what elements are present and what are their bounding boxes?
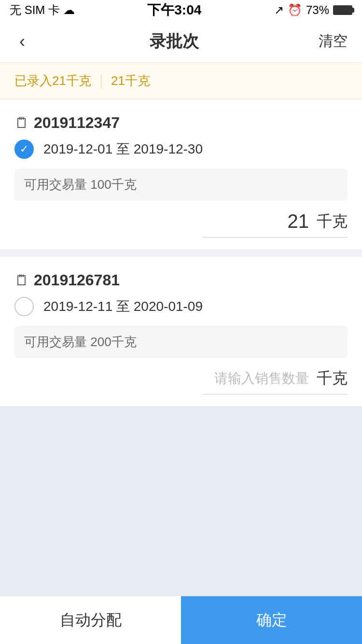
sim-label: 无 SIM 卡 ☁	[10, 2, 75, 18]
batch-item-1: 🗒 2019112347 ✓ 2019-12-01 至 2019-12-30 可…	[0, 99, 362, 249]
batch-qty-row-1: 21 千克	[203, 210, 348, 237]
batch-header-2: 🗒 2019126781	[14, 271, 348, 289]
qty-unit-1: 千克	[317, 211, 348, 232]
battery-label: 73%	[306, 3, 329, 17]
batch-id-1: 2019112347	[34, 114, 120, 132]
info-banner: 已录入21千克 21千克	[0, 63, 362, 99]
batch-divider-1	[0, 249, 362, 257]
batch-header-1: 🗒 2019112347	[14, 114, 348, 132]
radio-checked-1[interactable]: ✓	[14, 140, 34, 159]
qty-unit-2: 千克	[317, 368, 348, 389]
nav-bar: ‹ 录批次 清空	[0, 20, 362, 63]
batch-qty-row-2: 请输入销售数量 千克	[203, 368, 348, 394]
status-right: ↗ ⏰ 73%	[274, 3, 352, 17]
batch-id-2: 2019126781	[34, 271, 120, 289]
batch-date-1: 2019-12-01 至 2019-12-30	[43, 140, 203, 158]
checkmark-1: ✓	[20, 143, 28, 155]
content-scroll: 🗒 2019112347 ✓ 2019-12-01 至 2019-12-30 可…	[0, 99, 362, 644]
batch-row-2[interactable]: 2019-12-11 至 2020-01-09	[14, 297, 348, 316]
status-time: 下午3:04	[147, 1, 201, 19]
batch-row-1[interactable]: ✓ 2019-12-01 至 2019-12-30	[14, 140, 348, 159]
status-left: 无 SIM 卡 ☁	[10, 2, 75, 18]
qty-underline-2: 请输入销售数量 千克	[203, 368, 348, 394]
recorded-value: 21千克	[111, 72, 150, 89]
confirm-button[interactable]: 确定	[181, 596, 362, 644]
alarm-icon: ⏰	[288, 3, 302, 17]
bottom-bar: 自动分配 确定	[0, 596, 362, 644]
page-title: 录批次	[150, 30, 199, 53]
clear-button[interactable]: 清空	[319, 31, 348, 51]
radio-unchecked-2[interactable]	[14, 297, 34, 316]
doc-icon-2: 🗒	[14, 272, 29, 289]
battery-icon	[333, 5, 352, 15]
location-icon: ↗	[274, 3, 284, 17]
info-divider	[101, 74, 101, 88]
doc-icon-1: 🗒	[14, 115, 29, 131]
batch-available-1: 可用交易量 100千克	[14, 168, 348, 201]
recorded-label: 已录入21千克	[14, 72, 91, 89]
batch-date-2: 2019-12-11 至 2020-01-09	[43, 297, 203, 316]
qty-underline-1: 21 千克	[203, 210, 348, 238]
qty-placeholder-2[interactable]: 请输入销售数量	[214, 369, 309, 388]
status-bar: 无 SIM 卡 ☁ 下午3:04 ↗ ⏰ 73%	[0, 0, 362, 20]
batch-item-2: 🗒 2019126781 2019-12-11 至 2020-01-09 可用交…	[0, 257, 362, 406]
gray-area	[0, 406, 362, 599]
batch-available-2: 可用交易量 200千克	[14, 326, 348, 358]
qty-value-1[interactable]: 21	[251, 210, 309, 232]
back-button[interactable]: ‹	[14, 27, 30, 56]
auto-distribute-button[interactable]: 自动分配	[0, 596, 181, 644]
